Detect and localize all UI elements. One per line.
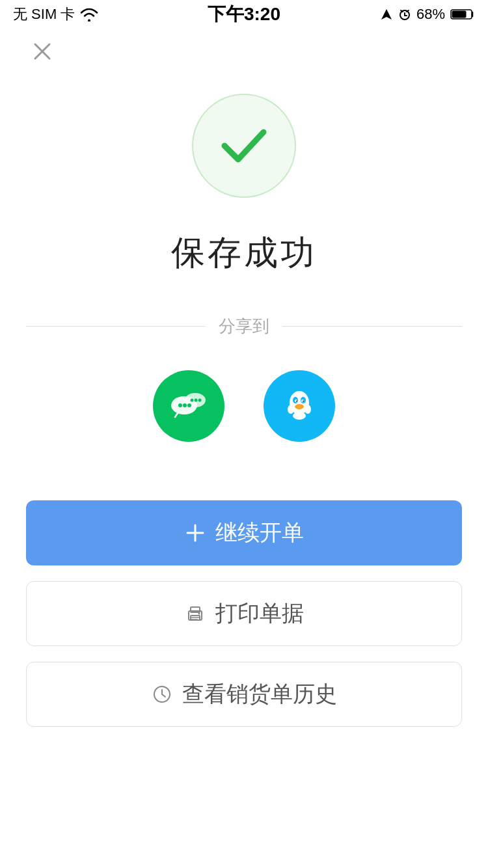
svg-rect-6 — [452, 11, 467, 18]
wifi-icon — [80, 7, 98, 21]
svg-point-18 — [288, 405, 294, 414]
printer-icon — [184, 603, 206, 625]
qq-share-button[interactable] — [264, 370, 335, 442]
svg-point-16 — [198, 399, 202, 402]
main-content: 保存成功 分享到 — [0, 29, 488, 727]
share-label: 分享到 — [219, 315, 269, 338]
svg-point-36 — [198, 613, 200, 615]
history-button[interactable]: 查看销货单历史 — [26, 662, 462, 727]
print-label: 打印单据 — [215, 599, 304, 629]
share-icons-row — [26, 370, 462, 442]
svg-point-14 — [191, 399, 194, 402]
svg-point-11 — [178, 403, 182, 407]
svg-point-25 — [303, 401, 304, 402]
share-divider: 分享到 — [26, 315, 462, 338]
qq-icon — [277, 383, 322, 429]
continue-button[interactable]: 继续开单 — [26, 500, 462, 565]
battery-icon — [450, 8, 475, 21]
status-time: 下午3:20 — [208, 2, 280, 27]
alarm-icon — [398, 8, 411, 21]
share-section: 分享到 — [0, 315, 488, 455]
wechat-icon — [166, 383, 211, 429]
clock-icon — [151, 683, 173, 705]
history-label: 查看销货单历史 — [182, 679, 337, 709]
svg-point-26 — [295, 404, 304, 409]
status-right: 68% — [380, 6, 475, 23]
svg-point-24 — [296, 401, 297, 402]
svg-point-12 — [183, 403, 187, 407]
checkmark-icon — [215, 116, 273, 175]
svg-point-15 — [195, 399, 198, 402]
location-icon — [380, 8, 393, 21]
close-button[interactable] — [26, 35, 59, 68]
svg-point-19 — [305, 405, 311, 414]
plus-icon — [184, 522, 206, 544]
battery-percent: 68% — [416, 6, 445, 23]
no-sim-label: 无 SIM 卡 — [13, 5, 75, 24]
svg-rect-28 — [295, 414, 304, 416]
svg-line-39 — [162, 694, 165, 697]
print-button[interactable]: 打印单据 — [26, 581, 462, 646]
success-icon-circle — [192, 94, 296, 198]
wechat-share-button[interactable] — [153, 370, 224, 442]
actions-section: 继续开单 打印单据 查看销货单历史 — [0, 500, 488, 727]
success-title: 保存成功 — [171, 230, 317, 276]
continue-label: 继续开单 — [215, 518, 304, 548]
status-left: 无 SIM 卡 — [13, 5, 98, 24]
svg-point-13 — [187, 403, 191, 407]
status-bar: 无 SIM 卡 下午3:20 68% — [0, 0, 488, 29]
